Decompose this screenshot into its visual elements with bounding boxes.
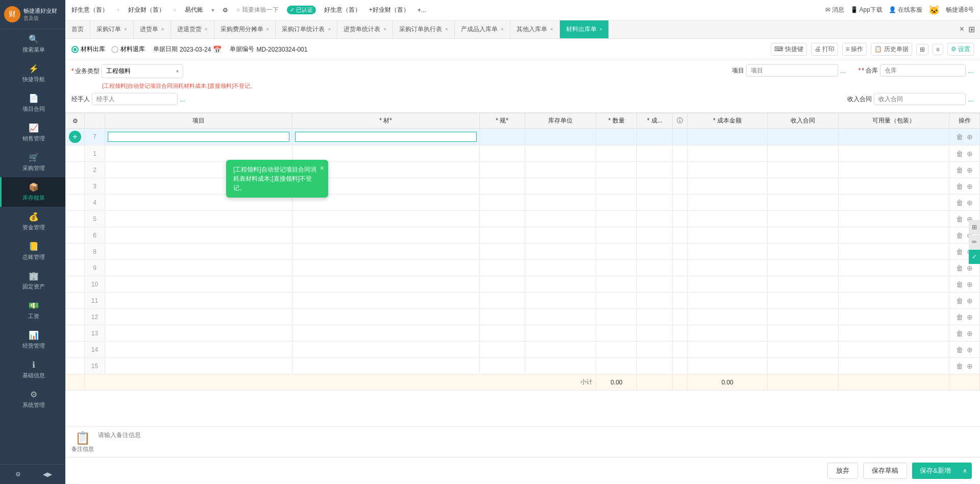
topnav-trial[interactable]: ○ 我要体验一下 <box>236 6 279 14</box>
radio-material-out[interactable]: 材料出库 <box>71 45 105 54</box>
row-cost-amount-13[interactable] <box>688 325 768 342</box>
sidebar-item-system[interactable]: ⚙ 系统管理 <box>0 384 65 414</box>
row-project-7[interactable] <box>105 129 292 146</box>
sidebar-item-ledger[interactable]: 📒 总账管理 <box>0 236 65 266</box>
tab-product-in[interactable]: 产成品入库单 × <box>455 20 510 39</box>
row-delete-btn-7[interactable]: 🗑 <box>956 133 963 141</box>
row-copy-btn-2[interactable]: ⊕ <box>967 166 973 174</box>
row-available-4[interactable] <box>839 195 949 211</box>
row-income-contract-10[interactable] <box>767 276 838 293</box>
discard-btn[interactable]: 放弃 <box>827 463 858 479</box>
row-available-2[interactable] <box>839 162 949 178</box>
row-qty-15[interactable] <box>596 358 637 374</box>
row-cost-13[interactable] <box>637 325 673 342</box>
row-delete-btn-1[interactable]: 🗑 <box>956 150 963 158</box>
table-settings-icon[interactable]: ⚙ <box>72 117 78 125</box>
topnav-more[interactable]: +... <box>418 7 426 14</box>
row-income-contract-12[interactable] <box>767 309 838 325</box>
row-qty-13[interactable] <box>596 325 637 342</box>
row-unit-7[interactable] <box>525 129 596 146</box>
add-row-btn[interactable]: + <box>69 131 81 143</box>
sidebar-item-salary[interactable]: 💵 工资 <box>0 296 65 325</box>
row-unit-6[interactable] <box>525 227 596 244</box>
income-contract-dots-btn[interactable]: ... <box>968 95 974 103</box>
topbar-app-download-btn[interactable]: 📱 App下载 <box>850 6 883 14</box>
row-project-15[interactable] <box>105 358 292 374</box>
collapse-btn[interactable]: ◀▶ <box>34 469 61 480</box>
tab-close-purchase-return[interactable]: × <box>205 27 208 32</box>
row-copy-btn-3[interactable]: ⊕ <box>967 182 973 190</box>
row-spec-2[interactable] <box>479 162 525 178</box>
row-cost-amount-1[interactable] <box>688 146 768 162</box>
tab-purchase-order[interactable]: 采购订单 × <box>90 20 134 39</box>
row-available-7[interactable] <box>839 129 949 146</box>
row-copy-btn-9[interactable]: ⊕ <box>967 264 973 272</box>
row-cost-amount-7[interactable] <box>688 129 768 146</box>
row-unit-2[interactable] <box>525 162 596 178</box>
row-material-11[interactable] <box>292 293 479 309</box>
row-copy-btn-1[interactable]: ⊕ <box>967 150 973 158</box>
print-btn[interactable]: 🖨 打印 <box>811 43 838 56</box>
project-input[interactable] <box>746 64 838 77</box>
row-qty-2[interactable] <box>596 162 637 178</box>
row-available-13[interactable] <box>839 325 949 342</box>
row-material-5[interactable] <box>292 211 479 227</box>
topnav-item-4[interactable]: 好生意（首） <box>324 6 361 14</box>
row-cost-amount-15[interactable] <box>688 358 768 374</box>
row-qty-1[interactable] <box>596 146 637 162</box>
note-input[interactable] <box>98 431 974 445</box>
tab-close-purchase-in-stats[interactable]: × <box>383 27 386 32</box>
row-cost-14[interactable] <box>637 342 673 358</box>
row-cost-amount-3[interactable] <box>688 178 768 195</box>
radio-material-back[interactable]: 材料退库 <box>111 45 145 54</box>
row-available-15[interactable] <box>839 358 949 374</box>
row-delete-btn-13[interactable]: 🗑 <box>956 329 963 337</box>
row-unit-8[interactable] <box>525 244 596 260</box>
view-toggle-grid-btn[interactable]: ⊞ <box>916 44 928 55</box>
row-delete-btn-9[interactable]: 🗑 <box>956 264 963 272</box>
row-delete-btn-11[interactable]: 🗑 <box>956 297 963 305</box>
row-cost-amount-5[interactable] <box>688 211 768 227</box>
row-available-6[interactable] <box>839 227 949 244</box>
tab-menu-btn[interactable]: ⊞ <box>967 23 976 35</box>
tab-home[interactable]: 首页 <box>65 20 90 39</box>
row-cost-10[interactable] <box>637 276 673 293</box>
business-type-select[interactable]: 工程领料 ▾ <box>102 64 183 78</box>
row-income-contract-7[interactable] <box>767 129 838 146</box>
row-spec-15[interactable] <box>479 358 525 374</box>
row-income-contract-6[interactable] <box>767 227 838 244</box>
row-copy-btn-10[interactable]: ⊕ <box>967 280 973 288</box>
tab-close-purchase-exec[interactable]: × <box>445 27 448 32</box>
row-unit-14[interactable] <box>525 342 596 358</box>
tab-close-material-out[interactable]: × <box>600 27 603 32</box>
row-project-input-7[interactable] <box>108 132 289 141</box>
row-income-contract-4[interactable] <box>767 195 838 211</box>
row-material-9[interactable] <box>292 260 479 276</box>
row-qty-7[interactable] <box>596 129 637 146</box>
tab-close-product-in[interactable]: × <box>501 27 504 32</box>
row-project-11[interactable] <box>105 293 292 309</box>
row-cost-9[interactable] <box>637 260 673 276</box>
topnav-settings-icon[interactable]: ⚙ <box>223 7 228 14</box>
row-spec-11[interactable] <box>479 293 525 309</box>
row-qty-6[interactable] <box>596 227 637 244</box>
row-copy-btn-14[interactable]: ⊕ <box>967 346 973 354</box>
row-spec-4[interactable] <box>479 195 525 211</box>
row-cost-amount-6[interactable] <box>688 227 768 244</box>
agent-dots-btn[interactable]: ... <box>180 95 186 103</box>
row-copy-btn-4[interactable]: ⊕ <box>967 199 973 207</box>
row-unit-9[interactable] <box>525 260 596 276</box>
row-cost-amount-4[interactable] <box>688 195 768 211</box>
history-btn[interactable]: 📋 历史单据 <box>871 43 912 56</box>
row-project-1[interactable] <box>105 146 292 162</box>
row-qty-5[interactable] <box>596 211 637 227</box>
row-delete-btn-2[interactable]: 🗑 <box>956 166 963 174</box>
sidebar-item-purchase[interactable]: 🛒 采购管理 <box>0 148 65 177</box>
row-cost-12[interactable] <box>637 309 673 325</box>
sidebar-item-inventory[interactable]: 📦 库存核算 <box>0 177 65 207</box>
row-unit-3[interactable] <box>525 178 596 195</box>
row-cost-amount-11[interactable] <box>688 293 768 309</box>
shortcut-key-btn[interactable]: ⌨ 快捷键 <box>771 43 806 56</box>
row-income-contract-9[interactable] <box>767 260 838 276</box>
row-project-12[interactable] <box>105 309 292 325</box>
